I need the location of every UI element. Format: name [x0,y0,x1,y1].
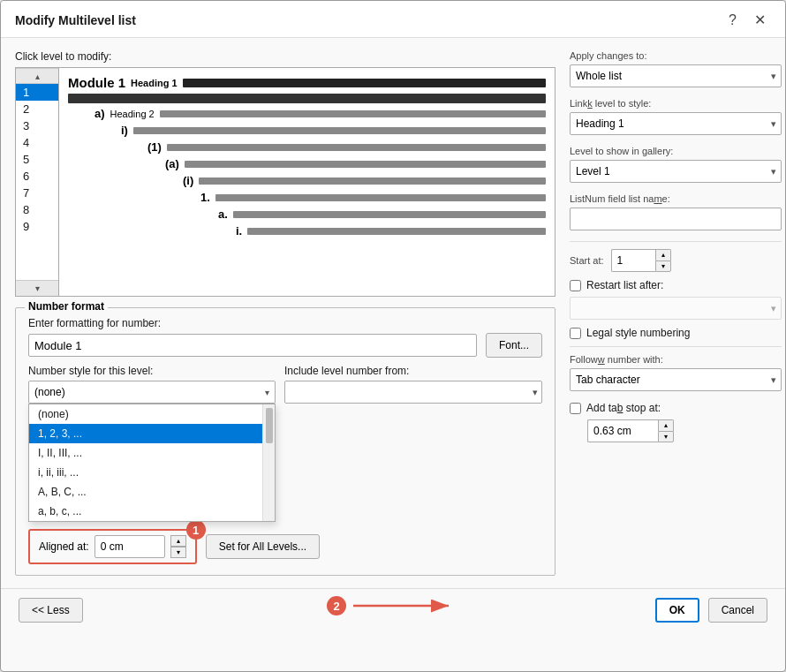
link-level-select[interactable]: Heading 1 Heading 2 Heading 3 [570,112,782,135]
help-button[interactable]: ? [723,11,742,30]
restart-select[interactable] [570,297,782,320]
preview-label-8: 1. [200,191,210,204]
add-tab-label[interactable]: Add tab stop at: [586,402,661,414]
aligned-at-down-btn[interactable]: ▾ [170,547,186,558]
dropdown-item-alpha-lower[interactable]: a, b, c, ... [29,502,275,521]
add-tab-value-row: ▴ ▾ [587,419,782,442]
level-item-8[interactable]: 8 [16,201,58,218]
dropdown-item-alpha-upper[interactable]: A, B, C, ... [29,482,275,502]
right-column: Apply changes to: Whole list This point … [570,50,782,576]
font-button[interactable]: Font... [486,333,542,358]
preview-line-7: (i) [183,174,546,187]
level-item-4[interactable]: 4 [16,134,58,151]
style-include-row: Number style for this level: (none) ▾ (n… [28,365,542,522]
footer-right: OK Cancel [655,598,767,623]
level-list: ▴ 1 2 3 4 5 6 7 8 9 ▾ [15,67,59,297]
level-scroll-up-btn[interactable]: ▴ [16,68,58,84]
level-item-2[interactable]: 2 [16,101,58,117]
dropdown-item-none[interactable]: (none) [29,404,275,424]
apply-changes-select[interactable]: Whole list This point forward [570,64,782,87]
aligned-set-row: Aligned at: ▴ ▾ 1 Set for All Levels... [28,529,542,564]
dialog-body: Click level to modify: ▴ 1 2 3 4 5 6 7 8… [1,38,785,588]
formatting-input-row: Font... [28,333,542,358]
title-bar-controls: ? ✕ [723,10,771,30]
level-item-9[interactable]: 9 [16,218,58,235]
preview-label-5: (1) [147,140,162,154]
follow-number-select[interactable]: Tab character Space Nothing [570,368,782,391]
add-tab-input[interactable] [587,419,658,442]
level-item-7[interactable]: 7 [16,185,58,201]
aligned-at-spinners: ▴ ▾ [170,535,186,558]
aligned-at-box: Aligned at: ▴ ▾ 1 [28,529,197,564]
cancel-button[interactable]: Cancel [708,598,767,623]
divider-1 [570,241,782,242]
legal-row: Legal style numbering [570,327,782,339]
enter-formatting-label: Enter formatting for number: [28,317,542,329]
preview-bar-10 [247,228,546,235]
level-item-5[interactable]: 5 [16,151,58,168]
preview-bar-7 [199,177,546,185]
gallery-group: Level to show in gallery: Level 1 Level … [570,146,782,183]
gallery-select[interactable]: Level 1 Level 2 Level 3 [570,160,782,183]
dropdown-scrollbar [262,404,275,521]
start-at-spinners: ▴ ▾ [655,249,671,272]
title-bar: Modify Multilevel list ? ✕ [1,1,785,38]
include-level-select[interactable] [284,381,542,404]
chevron-down-icon: ▾ [265,388,269,397]
preview-label-4: i) [121,124,128,137]
formatting-input[interactable] [28,334,477,357]
start-at-input[interactable] [611,249,655,272]
annotation-arrow-row: 2 [327,593,459,619]
level-scroll-down-btn[interactable]: ▾ [16,280,58,296]
formatting-row: Enter formatting for number: Font... [28,317,542,358]
preview-label-7: (i) [183,174,193,187]
preview-bar-5 [167,144,546,151]
preview-line-4: i) [121,124,546,137]
preview-line-1: Module 1 Heading 1 [68,75,546,90]
start-at-down-btn[interactable]: ▾ [655,260,671,273]
preview-label-3: a) [94,107,105,120]
add-tab-up-btn[interactable]: ▴ [658,419,674,431]
preview-bar-2 [68,94,546,103]
dropdown-item-roman-upper[interactable]: I, II, III, ... [29,443,275,463]
preview-box: Module 1 Heading 1 a) Heading 2 [59,67,555,297]
restart-checkbox[interactable] [570,280,581,291]
restart-row: Restart list after: [570,279,782,291]
num-style-list: (none) 1, 2, 3, ... I, II, III, ... i, i… [28,404,276,522]
number-format-section: Number format Enter formatting for numbe… [15,307,555,576]
num-style-trigger[interactable]: (none) ▾ [28,381,276,404]
preview-line-5: (1) [147,140,546,154]
level-item-1[interactable]: 1 [16,84,58,101]
preview-label-6: (a) [165,157,179,170]
add-tab-down-btn[interactable]: ▾ [658,431,674,443]
gallery-label: Level to show in gallery: [570,146,782,156]
apply-changes-wrapper: Whole list This point forward [570,64,782,87]
preview-line-6: (a) [165,157,546,170]
ok-button[interactable]: OK [655,598,699,623]
preview-bar-3 [160,110,546,117]
number-format-title: Number format [25,300,108,313]
add-tab-checkbox[interactable] [570,403,581,414]
preview-bar-4 [133,127,546,134]
listnum-input[interactable] [570,208,782,230]
aligned-at-input[interactable] [94,535,165,558]
preview-line-8: 1. [200,191,546,204]
legal-checkbox[interactable] [570,328,581,339]
dialog-footer: << Less 2 OK Cancel [1,588,785,635]
level-item-3[interactable]: 3 [16,117,58,134]
restart-label[interactable]: Restart list after: [586,279,663,291]
level-item-6[interactable]: 6 [16,168,58,185]
less-button[interactable]: << Less [19,598,83,623]
start-at-up-btn[interactable]: ▴ [655,249,671,260]
close-button[interactable]: ✕ [749,10,771,30]
legal-label[interactable]: Legal style numbering [586,327,690,339]
set-for-all-btn[interactable]: Set for All Levels... [206,534,320,559]
aligned-at-up-btn[interactable]: ▴ [170,535,186,547]
dropdown-item-roman-lower[interactable]: i, ii, iii, ... [29,463,275,482]
preview-bar-6 [185,161,546,168]
dropdown-item-123[interactable]: 1, 2, 3, ... [29,424,275,443]
link-level-wrapper: Heading 1 Heading 2 Heading 3 [570,112,782,135]
modify-multilevel-dialog: Modify Multilevel list ? ✕ Click level t… [0,0,786,672]
restart-select-wrapper [570,297,782,320]
follow-number-wrapper: Tab character Space Nothing [570,368,782,391]
